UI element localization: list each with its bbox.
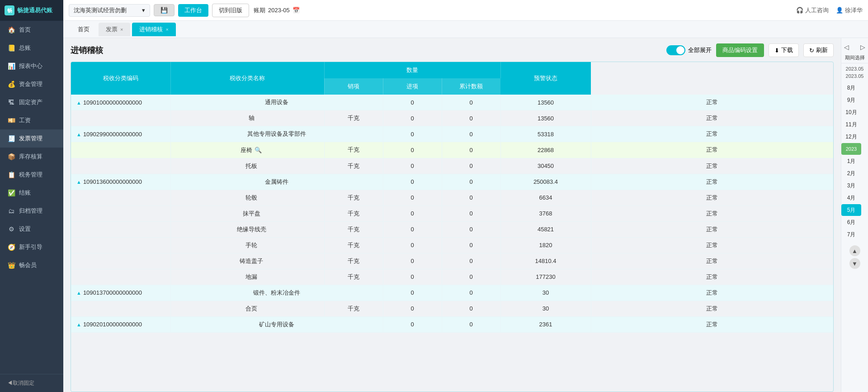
month-8[interactable]: 8月 — [841, 82, 861, 94]
table-row[interactable]: 托板千克0030450正常 — [71, 158, 833, 174]
month-1[interactable]: 1月 — [841, 155, 861, 167]
collapse-icon[interactable]: ▲ — [76, 100, 81, 105]
cell-unit: 千克 — [324, 221, 383, 237]
sidebar-item-assets[interactable]: 🏗 固定资产 — [0, 93, 63, 111]
cell-total: 30 — [500, 301, 591, 316]
table-row[interactable]: 手轮千克001820正常 — [71, 237, 833, 253]
tab-reconcile-close[interactable]: × — [165, 27, 168, 32]
switch-version-button[interactable]: 切到旧版 — [212, 4, 249, 17]
table-row: ▲109029900000000000其他专用设备及零部件0053318正常 — [71, 126, 833, 142]
scroll-up-button[interactable]: ▲ — [849, 245, 860, 256]
archive-icon: 🗂 — [7, 207, 15, 215]
expand-toggle[interactable]: 全部展开 — [666, 45, 712, 55]
sidebar-item-ledger[interactable]: 📒 总账 — [0, 39, 63, 57]
sidebar-item-member[interactable]: 👑 畅会员 — [0, 256, 63, 274]
panel-expand-btn[interactable]: ▷ — [860, 43, 865, 51]
sidebar: 畅 畅捷通易代账 🏠 首页 📒 总账 📊 报表中心 💰 资金管理 🏗 固定资产 … — [0, 0, 63, 392]
cell-purchase: 0 — [442, 316, 500, 332]
period-label: 账期 — [254, 6, 265, 14]
sidebar-item-settle[interactable]: ✅ 结账 — [0, 184, 63, 202]
calendar-icon[interactable]: 📅 — [292, 7, 300, 14]
sidebar-item-label: 报表中心 — [19, 62, 42, 70]
collapse-icon[interactable]: ▲ — [76, 132, 81, 137]
sidebar-item-finance[interactable]: 💰 资金管理 — [0, 75, 63, 93]
refresh-button[interactable]: ↻ 刷新 — [803, 43, 834, 57]
tab-invoice[interactable]: 发票 × — [99, 23, 130, 36]
table-row[interactable]: 地漏千克00177230正常 — [71, 269, 833, 285]
cell-name: 锻件、粉末冶金件 — [170, 285, 383, 301]
tab-invoice-close[interactable]: × — [120, 27, 123, 32]
table-row[interactable]: 抹平盘千克003768正常 — [71, 206, 833, 221]
sidebar-item-label: 库存核算 — [19, 153, 42, 161]
table-row[interactable]: 轮毂千克006634正常 — [71, 190, 833, 206]
tabs-bar: 首页 发票 × 进销稽核 × — [63, 21, 868, 38]
refresh-icon: ↻ — [809, 47, 814, 54]
sidebar-item-archive[interactable]: 🗂 归档管理 — [0, 202, 63, 220]
workbench-button[interactable]: 工作台 — [178, 4, 208, 17]
sidebar-item-tax[interactable]: 📋 税务管理 — [0, 166, 63, 184]
download-label: 下载 — [781, 46, 793, 54]
company-selector[interactable]: 沈海英测试经营勿删 ▾ — [69, 4, 150, 17]
period-value: 2023-05 — [268, 7, 290, 14]
table-row[interactable]: 轴千克0013560正常 — [71, 110, 833, 126]
support-button[interactable]: 🎧 人工咨询 — [796, 6, 829, 14]
table-row[interactable]: 铸造盖子千克0014810.4正常 — [71, 253, 833, 269]
toggle-track[interactable] — [666, 45, 685, 55]
sidebar-item-settings[interactable]: ⚙ 设置 — [0, 220, 63, 238]
panel-collapse-btn[interactable]: ◁ — [844, 43, 849, 51]
table-body: ▲109010000000000000通用设备0013560正常轴千克00135… — [71, 95, 833, 332]
tab-home[interactable]: 首页 — [71, 23, 97, 36]
cell-total: 250083.4 — [500, 174, 591, 190]
month-9[interactable]: 9月 — [841, 94, 861, 106]
sidebar-item-invoice[interactable]: 🧾 发票管理 — [0, 129, 63, 148]
company-name: 沈海英测试经营勿删 — [74, 6, 139, 14]
cell-name: 通用设备 — [170, 95, 383, 110]
month-11[interactable]: 11月 — [841, 119, 861, 130]
table-row[interactable]: 座椅 🔍千克0022868正常 — [71, 142, 833, 158]
month-12[interactable]: 12月 — [841, 131, 861, 143]
sidebar-item-home[interactable]: 🏠 首页 — [0, 21, 63, 39]
month-6[interactable]: 6月 — [841, 216, 861, 228]
sidebar-item-report[interactable]: 📊 报表中心 — [0, 57, 63, 75]
settings-button[interactable]: 商品编码设置 — [716, 43, 764, 57]
collapse-icon[interactable]: ▲ — [76, 322, 81, 327]
table-row[interactable]: 绝缘导线壳千克0045821正常 — [71, 221, 833, 237]
user-icon: 👤 — [836, 7, 843, 14]
table-row[interactable]: 合页千克0030正常 — [71, 301, 833, 316]
sidebar-item-guide[interactable]: 🧭 新手引导 — [0, 238, 63, 256]
cell-unit: 千克 — [324, 190, 383, 206]
cell-code — [71, 110, 170, 126]
cell-purchase: 0 — [442, 158, 500, 174]
download-button[interactable]: ⬇ 下载 — [769, 43, 799, 57]
cell-code — [71, 301, 170, 316]
sidebar-item-label: 设置 — [19, 225, 31, 233]
month-3[interactable]: 3月 — [841, 180, 861, 191]
collapse-icon[interactable]: ▲ — [76, 290, 81, 296]
sidebar-item-payroll[interactable]: 💴 工资 — [0, 111, 63, 129]
period-row-1: 2023.05 — [845, 65, 865, 72]
month-4[interactable]: 4月 — [841, 192, 861, 204]
cell-total: 13560 — [500, 95, 591, 110]
invoice-icon: 🧾 — [7, 134, 15, 143]
tab-reconcile[interactable]: 进销稽核 × — [132, 23, 175, 36]
cancel-pin-button[interactable]: ◀取消固定 — [0, 374, 63, 392]
collapse-icon[interactable]: ▲ — [76, 179, 81, 185]
assets-icon: 🏗 — [7, 98, 15, 106]
month-7[interactable]: 7月 — [841, 229, 861, 240]
save-button[interactable]: 💾 — [154, 4, 175, 16]
month-10[interactable]: 10月 — [841, 106, 861, 118]
cell-sales: 0 — [383, 158, 442, 174]
sidebar-item-inventory[interactable]: 📦 库存核算 — [0, 148, 63, 166]
user-profile[interactable]: 👤 徐泽华 — [836, 6, 863, 14]
data-table-wrapper: 税收分类编码 税收分类名称 数量 预警状态 销项 进项 累计数额 ▲109010… — [71, 62, 834, 392]
search-icon[interactable]: 🔍 — [254, 146, 262, 154]
scroll-down-button[interactable]: ▼ — [849, 258, 860, 269]
year-2023[interactable]: 2023 — [841, 143, 861, 155]
topbar: 沈海英测试经营勿删 ▾ 💾 工作台 切到旧版 账期 2023-05 📅 🎧 人工… — [63, 0, 868, 21]
cell-code — [71, 237, 170, 253]
right-panel: ◁ ▷ 期间选择 2023.05 2023.05 8月 9月 10月 11月 1… — [841, 38, 868, 392]
cell-total: 1820 — [500, 237, 591, 253]
month-2[interactable]: 2月 — [841, 167, 861, 179]
month-5[interactable]: 5月 — [841, 204, 861, 216]
guide-icon: 🧭 — [7, 243, 15, 251]
